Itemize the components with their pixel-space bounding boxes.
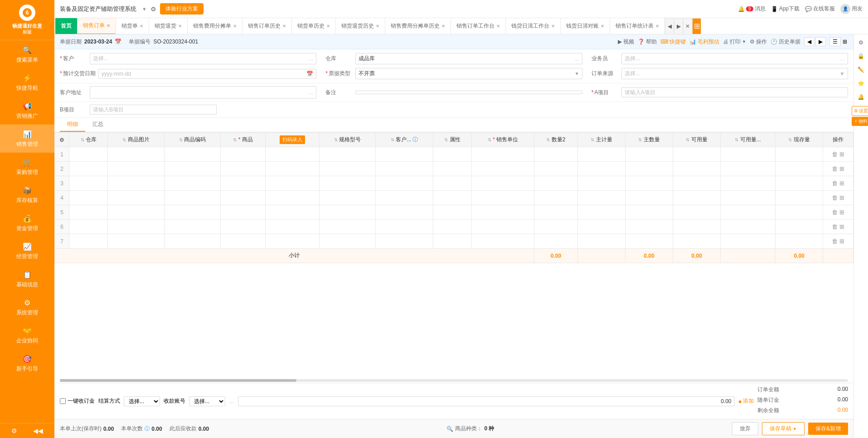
history-btn[interactable]: 🕐 历史单据 xyxy=(771,38,800,46)
row-6-warehouse[interactable] xyxy=(69,220,108,234)
row-2-sales-unit[interactable] xyxy=(472,162,534,176)
row-5-attr[interactable] xyxy=(433,205,471,220)
row-2-qty2[interactable] xyxy=(534,162,577,176)
shortcut-btn[interactable]: ⌨ 快捷键 xyxy=(660,38,686,46)
sidebar-item-quick-nav[interactable]: ⚡ 快捷导航 xyxy=(0,68,54,96)
info-icon-owe[interactable]: ⓘ xyxy=(145,425,150,432)
address-input[interactable]: … xyxy=(90,86,316,99)
row-2-avail2[interactable] xyxy=(720,162,775,176)
row-3-sales-unit[interactable] xyxy=(472,176,534,191)
sidebar-item-sales[interactable]: 📊 销售管理 xyxy=(0,125,54,153)
row-4-cust-code[interactable] xyxy=(376,191,433,205)
row-4-delete-icon[interactable]: 🗑 xyxy=(832,194,838,201)
row-5-warehouse[interactable] xyxy=(69,205,108,220)
sidebar-collapse-btn[interactable]: ◀◀ xyxy=(33,427,43,434)
row-7-delete-icon[interactable]: 🗑 xyxy=(832,238,838,245)
expand-receipt-icon[interactable]: … xyxy=(229,398,234,404)
th-settings[interactable]: ⚙ xyxy=(55,133,69,147)
tab-sales-order-workbench[interactable]: 销售订单工作台 ✕ xyxy=(451,18,506,34)
receipt-amount-input[interactable] xyxy=(238,396,735,406)
sidebar-settings-btn[interactable]: ⚙ xyxy=(11,427,17,434)
row-1-spec[interactable] xyxy=(319,147,375,162)
side-edit-btn[interactable]: ✏️ xyxy=(855,63,868,76)
tab-sales-return-history-close[interactable]: ✕ xyxy=(376,24,379,29)
tab-sales-order[interactable]: 销售订单 ✕ xyxy=(78,18,116,34)
tab-sales-return-history[interactable]: 销货退货历史 ✕ xyxy=(336,18,385,34)
row-4-warehouse[interactable] xyxy=(69,191,108,205)
grid-view-btn[interactable]: ⊞ xyxy=(842,37,848,46)
row-5-copy-icon[interactable]: ⊞ xyxy=(839,209,844,216)
row-5-name[interactable] xyxy=(221,205,265,220)
tab-sales-order-stats-close[interactable]: ✕ xyxy=(655,24,659,29)
row-6-qty2[interactable] xyxy=(534,220,577,234)
row-6-code[interactable] xyxy=(164,220,220,234)
tab-sales-list-history[interactable]: 销货单历史 ✕ xyxy=(292,18,336,34)
row-7-qty2[interactable] xyxy=(534,234,577,249)
calendar2-icon[interactable]: 📅 xyxy=(306,71,313,77)
row-1-cust-code[interactable] xyxy=(376,147,433,162)
side-lock-btn[interactable]: 🔒 xyxy=(855,50,868,63)
row-1-delete-icon[interactable]: 🗑 xyxy=(832,151,838,158)
prev-record-btn[interactable]: ◀ xyxy=(804,37,815,46)
print-arrow[interactable]: ▼ xyxy=(742,39,746,44)
row-5-main-qty[interactable] xyxy=(626,205,673,220)
sidebar-item-operations[interactable]: 📈 经营管理 xyxy=(0,237,54,265)
receipt-account-select[interactable]: 选择... xyxy=(189,396,225,406)
tab-sales-return[interactable]: 销货单 ✕ xyxy=(116,18,149,34)
order-source-arrow-icon[interactable]: ▼ xyxy=(839,71,845,77)
row-6-name[interactable] xyxy=(221,220,265,234)
notification-btn[interactable]: 🔔 9 消息 xyxy=(738,5,766,13)
calendar-icon[interactable]: 📅 xyxy=(115,39,121,45)
row-7-main-unit[interactable] xyxy=(578,234,626,249)
tab-summary[interactable]: 汇总 xyxy=(85,118,111,132)
warehouse-input[interactable]: 成品库 … xyxy=(355,53,582,64)
row-3-spec[interactable] xyxy=(319,176,375,191)
row-2-warehouse[interactable] xyxy=(69,162,108,176)
row-6-copy-icon[interactable]: ⊞ xyxy=(839,223,844,230)
customer-input[interactable]: 选择... … xyxy=(90,53,316,64)
row-4-copy-icon[interactable]: ⊞ xyxy=(839,194,844,201)
one-click-checkout-checkbox[interactable]: 一键收订金 xyxy=(60,397,95,405)
row-6-spec[interactable] xyxy=(319,220,375,234)
tabs-nav-next[interactable]: ▶ xyxy=(674,18,683,34)
horizontal-scrollbar[interactable] xyxy=(54,378,853,383)
row-4-attr[interactable] xyxy=(433,191,471,205)
tab-sales-fee-split[interactable]: 销售费用分摊单 ✕ xyxy=(188,18,242,34)
row-2-main-qty[interactable] xyxy=(626,162,673,176)
row-2-attr[interactable] xyxy=(433,162,471,176)
side-settings-btn[interactable]: ⚙ xyxy=(855,36,868,49)
save-new-btn[interactable]: 保存&新增 xyxy=(808,423,848,435)
row-3-qty2[interactable] xyxy=(534,176,577,191)
topbar-gear-icon[interactable]: ⚙ xyxy=(150,5,156,13)
print-btn[interactable]: 🖨 打印 ▼ xyxy=(723,38,746,46)
row-5-main-unit[interactable] xyxy=(578,205,626,220)
row-6-main-unit[interactable] xyxy=(578,220,626,234)
scan-input-btn[interactable]: 扫码录入 xyxy=(280,135,305,144)
row-7-main-qty[interactable] xyxy=(626,234,673,249)
tab-sales-fee-split-close[interactable]: ✕ xyxy=(233,24,237,29)
sidebar-item-purchase[interactable]: 🛒 采购管理 xyxy=(0,153,54,181)
tab-sales-order-workbench-close[interactable]: ✕ xyxy=(496,24,500,29)
row-1-avail2[interactable] xyxy=(720,147,775,162)
row-1-main-unit[interactable] xyxy=(578,147,626,162)
row-4-sales-unit[interactable] xyxy=(472,191,534,205)
row-2-stock[interactable] xyxy=(776,162,823,176)
info-icon-cust[interactable]: ⓘ xyxy=(412,136,418,143)
row-7-sales-unit[interactable] xyxy=(472,234,534,249)
row-7-copy-icon[interactable]: ⊞ xyxy=(839,238,844,245)
row-7-warehouse[interactable] xyxy=(69,234,108,249)
row-7-image[interactable] xyxy=(108,234,164,249)
row-3-stock[interactable] xyxy=(776,176,823,191)
tab-cash-daily-reconcile-close[interactable]: ✕ xyxy=(601,24,604,29)
row-5-sales-unit[interactable] xyxy=(472,205,534,220)
sidebar-item-search[interactable]: 🔍 搜索菜单 xyxy=(0,40,54,68)
row-2-copy-icon[interactable]: ⊞ xyxy=(839,165,844,172)
row-1-warehouse[interactable] xyxy=(69,147,108,162)
order-source-input[interactable]: 选择... ▼ xyxy=(621,68,848,79)
profit-btn[interactable]: 📊 毛利预估 xyxy=(689,38,719,46)
row-6-sales-unit[interactable] xyxy=(472,220,534,234)
tab-sales-order-stats[interactable]: 销售订单统计表 ✕ xyxy=(610,18,665,34)
system-title-arrow[interactable]: ▼ xyxy=(142,6,147,12)
list-view-btn[interactable]: ☰ xyxy=(829,37,841,46)
side-settings-action-btn[interactable]: ⚙ 设置 xyxy=(852,106,868,116)
